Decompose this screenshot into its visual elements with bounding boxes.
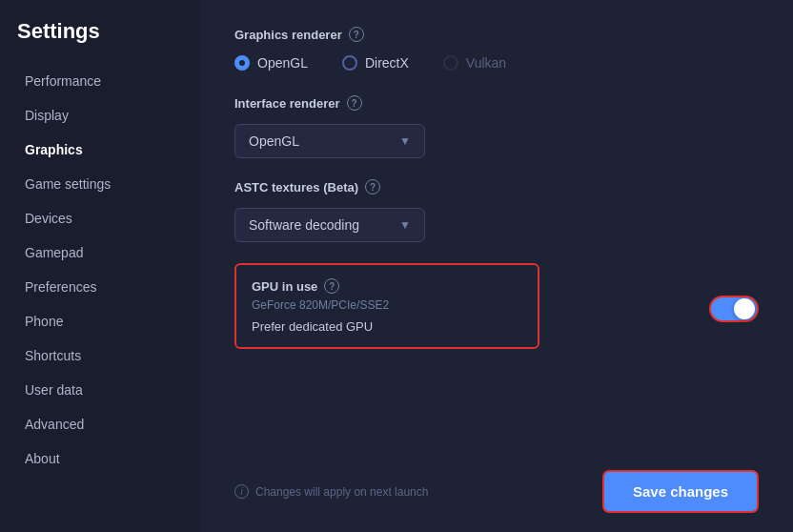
sidebar-item-devices[interactable]: Devices: [17, 202, 200, 235]
info-icon: i: [234, 484, 249, 499]
interface-renderer-help-icon[interactable]: ?: [347, 95, 362, 111]
astc-textures-section: ASTC textures (Beta) ?: [234, 179, 759, 194]
graphics-renderer-label: Graphics renderer: [234, 28, 342, 42]
radio-directx-label: DirectX: [365, 55, 409, 71]
astc-textures-selected: Software decoding: [249, 217, 359, 233]
gpu-device-text: GeForce 820M/PCIe/SSE2: [252, 298, 522, 312]
save-changes-button[interactable]: Save changes: [602, 470, 759, 513]
gpu-prefer-label: Prefer dedicated GPU: [252, 319, 522, 334]
main-content: Graphics renderer ? OpenGL DirectX Vulka…: [200, 0, 793, 532]
radio-vulkan-label: Vulkan: [466, 55, 506, 71]
app-title: Settings: [17, 19, 200, 44]
toggle-knob: [734, 298, 755, 319]
interface-renderer-dropdown[interactable]: OpenGL ▼: [234, 124, 425, 158]
settings-window: Settings Performance Display Graphics Ga…: [0, 0, 793, 532]
interface-renderer-section: Interface renderer ?: [234, 95, 759, 111]
sidebar-item-advanced[interactable]: Advanced: [17, 408, 200, 440]
footer-note-text: Changes will apply on next launch: [255, 485, 428, 499]
interface-renderer-selected: OpenGL: [249, 133, 299, 149]
sidebar-item-performance[interactable]: Performance: [17, 65, 200, 97]
interface-renderer-label: Interface renderer: [234, 96, 340, 111]
sidebar-item-shortcuts[interactable]: Shortcuts: [17, 339, 200, 372]
astc-textures-arrow-icon: ▼: [399, 218, 411, 232]
sidebar-item-about[interactable]: About: [17, 442, 200, 475]
radio-opengl-circle: [234, 55, 250, 71]
sidebar-item-display[interactable]: Display: [17, 99, 200, 132]
gpu-help-icon[interactable]: ?: [324, 278, 339, 294]
astc-textures-label: ASTC textures (Beta): [234, 180, 358, 194]
gpu-in-use-box: GPU in use ? GeForce 820M/PCIe/SSE2 Pref…: [234, 263, 539, 349]
graphics-renderer-options: OpenGL DirectX Vulkan: [234, 55, 759, 71]
astc-textures-dropdown-wrapper: Software decoding ▼: [234, 208, 759, 242]
radio-vulkan-circle: [443, 55, 458, 71]
footer: i Changes will apply on next launch Save…: [234, 470, 759, 513]
gpu-label-text: GPU in use: [252, 279, 317, 294]
prefer-gpu-toggle-wrapper: [709, 296, 759, 322]
radio-vulkan[interactable]: Vulkan: [443, 55, 506, 71]
radio-directx-circle: [342, 55, 357, 71]
radio-opengl[interactable]: OpenGL: [234, 55, 308, 71]
sidebar: Settings Performance Display Graphics Ga…: [0, 0, 200, 532]
graphics-renderer-section: Graphics renderer ?: [234, 27, 759, 42]
footer-note: i Changes will apply on next launch: [234, 484, 428, 499]
sidebar-item-gamepad[interactable]: Gamepad: [17, 236, 200, 269]
astc-textures-help-icon[interactable]: ?: [365, 179, 380, 194]
sidebar-item-graphics[interactable]: Graphics: [17, 133, 200, 166]
sidebar-item-phone[interactable]: Phone: [17, 305, 200, 338]
prefer-gpu-toggle[interactable]: [709, 296, 759, 322]
sidebar-item-game-settings[interactable]: Game settings: [17, 168, 200, 200]
gpu-label: GPU in use ?: [252, 278, 522, 294]
interface-renderer-dropdown-wrapper: OpenGL ▼: [234, 124, 759, 158]
radio-opengl-label: OpenGL: [257, 55, 308, 71]
graphics-renderer-help-icon[interactable]: ?: [349, 27, 364, 42]
sidebar-item-user-data[interactable]: User data: [17, 374, 200, 406]
astc-textures-dropdown[interactable]: Software decoding ▼: [234, 208, 425, 242]
interface-renderer-arrow-icon: ▼: [399, 134, 411, 148]
radio-directx[interactable]: DirectX: [342, 55, 409, 71]
sidebar-item-preferences[interactable]: Preferences: [17, 271, 200, 303]
